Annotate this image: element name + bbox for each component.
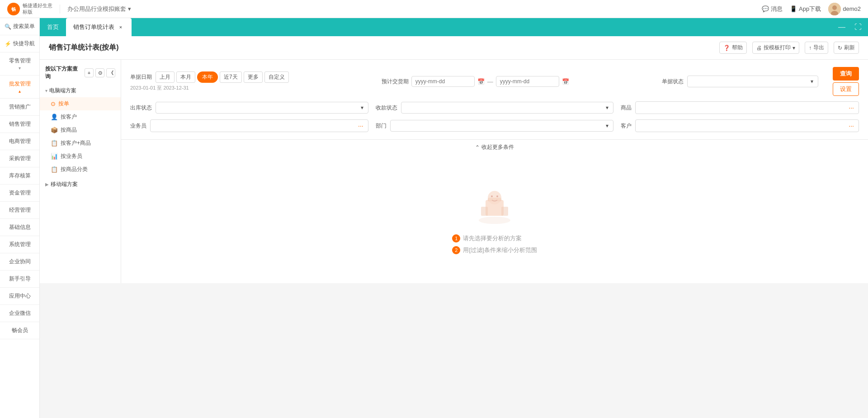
breadcrumb-text: 办公用品行业模拟账套	[67, 5, 126, 13]
refresh-btn[interactable]: ↻ 刷新	[834, 42, 859, 54]
scheme-add-btn[interactable]: +	[85, 68, 94, 77]
collapse-bar[interactable]: ⌃ 收起更多条件	[121, 139, 868, 155]
scheme-panel: 按以下方案查询 + ⊙ 《	[40, 60, 121, 283]
scheme-item-by-customer-goods[interactable]: 📋 按客户+商品	[40, 137, 121, 150]
sidebar-item-wholesale[interactable]: 批发管理 ▴	[0, 76, 39, 99]
sidebar-item-label: 批发管理	[9, 80, 31, 88]
settings-btn[interactable]: 设置	[833, 82, 859, 96]
top-header: 畅 畅捷通好生意 标版 办公用品行业模拟账套 ▾ 💬 消息 📱 App下载	[0, 0, 868, 18]
scheme-item-icon-salesperson: 📊	[51, 153, 58, 160]
goods-more-icon[interactable]: ···	[849, 104, 854, 111]
sidebar-item-label: 应用中心	[9, 292, 31, 300]
tab-close-btn[interactable]: ×	[117, 24, 124, 31]
breadcrumb[interactable]: 办公用品行业模拟账套 ▾	[67, 5, 131, 13]
tab-home[interactable]: 首页	[40, 18, 66, 36]
filter-panel: 单据日期 上月 本月 本年 近7天 更多 自定义	[121, 60, 868, 139]
scheme-item-label: 按客户+商品	[61, 139, 91, 147]
print-icon: 🖨	[756, 45, 762, 51]
sidebar-item-label: 资金管理	[9, 189, 31, 197]
scheme-collapse-btn[interactable]: 《	[106, 68, 115, 77]
scheme-item-icon-customer: 👤	[51, 114, 58, 120]
sidebar-quick-nav[interactable]: ⚡ 快捷导航	[0, 35, 39, 52]
filter-row-3: 业务员 ··· 部门 ▾	[130, 119, 859, 132]
sidebar-item-system[interactable]: 系统管理	[0, 236, 39, 253]
message-btn[interactable]: 💬 消息	[762, 5, 783, 13]
sidebar-item-operations[interactable]: 经营管理	[0, 202, 39, 219]
chevron-down-icon: ▾	[606, 104, 609, 111]
sidebar-item-finance[interactable]: 资金管理	[0, 185, 39, 202]
print-btn[interactable]: 🖨 按模板打印 ▾	[752, 42, 799, 54]
sidebar-item-retail[interactable]: 零售管理 ▾	[0, 52, 39, 76]
sales-person-label: 业务员	[130, 122, 146, 130]
payment-status-select[interactable]: ▾	[401, 102, 614, 114]
hint-num-2: 2	[452, 246, 460, 254]
svg-point-3	[832, 5, 837, 10]
user-area[interactable]: demo2	[828, 3, 861, 15]
sidebar-item-marketing[interactable]: 营销推广	[0, 99, 39, 116]
scheme-item-by-goods[interactable]: 📦 按商品	[40, 124, 121, 137]
doc-status-select[interactable]: ▾	[687, 76, 818, 87]
query-btn[interactable]: 查询	[833, 67, 859, 81]
customer-label: 客户	[621, 122, 632, 130]
hint-num-1: 1	[452, 234, 460, 242]
expected-date-start-input[interactable]	[411, 76, 475, 87]
date-btn-more[interactable]: 更多	[244, 71, 263, 83]
content-area: 首页 销售订单统计表 × — ⛶ 销售订单统计表(按单) ❓ 帮助	[40, 18, 868, 418]
edit-icon: ⊙	[98, 70, 102, 76]
goods-select[interactable]: ···	[635, 101, 859, 114]
sales-person-select[interactable]: ···	[150, 119, 368, 132]
sidebar-item-newuser[interactable]: 新手引导	[0, 271, 39, 288]
sidebar-item-sales[interactable]: 销售管理	[0, 116, 39, 133]
scheme-mobile-group: ▶ 移动端方案	[40, 178, 121, 191]
tab-current[interactable]: 销售订单统计表 ×	[66, 18, 132, 36]
scheme-item-label: 按客户	[61, 113, 77, 121]
date-btn-lastmonth[interactable]: 上月	[156, 71, 175, 83]
department-select[interactable]: ▾	[390, 120, 614, 132]
sidebar-item-member[interactable]: 畅会员	[0, 322, 39, 339]
sales-person-more-icon[interactable]: ···	[358, 122, 363, 129]
tab-maximize-btn[interactable]: ⛶	[852, 21, 864, 33]
chevron-down-icon: ▾	[45, 88, 47, 93]
scheme-edit-btn[interactable]: ⊙	[95, 68, 104, 77]
sidebar-item-inventory[interactable]: 库存核算	[0, 167, 39, 185]
export-btn[interactable]: ↑ 导出	[805, 42, 828, 54]
scheme-item-by-customer[interactable]: 👤 按客户	[40, 110, 121, 124]
delivery-status-select[interactable]: ▾	[156, 102, 368, 114]
help-btn[interactable]: ❓ 帮助	[719, 42, 747, 54]
scheme-desktop-group-title[interactable]: ▾ 电脑端方案	[40, 84, 121, 97]
scheme-mobile-group-title[interactable]: ▶ 移动端方案	[40, 178, 121, 191]
sidebar-item-enterprise[interactable]: 企业协同	[0, 253, 39, 271]
scheme-item-by-order[interactable]: ⊙ 按单	[40, 97, 121, 110]
date-range-display: 2023-01-01 至 2023-12-31	[130, 85, 289, 91]
empty-hints: 1 请先选择要分析的方案 2 用[过滤]条件来缩小分析范围	[452, 233, 537, 256]
calendar-end-icon[interactable]: 📅	[562, 78, 569, 85]
calendar-start-icon[interactable]: 📅	[477, 78, 485, 85]
sidebar-item-basics[interactable]: 基础信息	[0, 219, 39, 236]
chevron-down-icon: ▾	[606, 123, 609, 129]
scheme-desktop-label: 电脑端方案	[49, 87, 76, 95]
settings-label: 设置	[840, 86, 852, 92]
scheme-item-by-salesperson[interactable]: 📊 按业务员	[40, 150, 121, 163]
date-btn-7days[interactable]: 近7天	[220, 71, 242, 83]
search-icon: 🔍	[5, 24, 11, 30]
date-btn-thismonth[interactable]: 本月	[176, 71, 195, 83]
goods-group: 商品 ···	[621, 101, 859, 114]
sidebar-item-purchase[interactable]: 采购管理	[0, 150, 39, 167]
print-label: 按模板打印	[764, 44, 791, 52]
tab-bar: 首页 销售订单统计表 × — ⛶	[40, 18, 868, 36]
app-download-btn[interactable]: 📱 App下载	[790, 5, 821, 13]
sidebar-item-label: 企业微信	[9, 309, 31, 317]
sidebar-item-wechat[interactable]: 企业微信	[0, 305, 39, 322]
customer-more-icon[interactable]: ···	[849, 122, 854, 129]
refresh-label: 刷新	[844, 44, 855, 52]
sidebar-item-ecommerce[interactable]: 电商管理	[0, 133, 39, 150]
sidebar-search-menu[interactable]: 🔍 搜索菜单	[0, 18, 39, 35]
date-btn-thisyear[interactable]: 本年	[197, 71, 218, 83]
sidebar-item-appcenter[interactable]: 应用中心	[0, 288, 39, 305]
customer-select[interactable]: ···	[635, 119, 859, 132]
svg-point-9	[491, 195, 493, 197]
date-btn-custom[interactable]: 自定义	[264, 71, 289, 83]
scheme-item-by-category[interactable]: 📋 按商品分类	[40, 163, 121, 176]
tab-minimize-btn[interactable]: —	[835, 21, 848, 33]
expected-date-end-input[interactable]	[496, 76, 559, 87]
